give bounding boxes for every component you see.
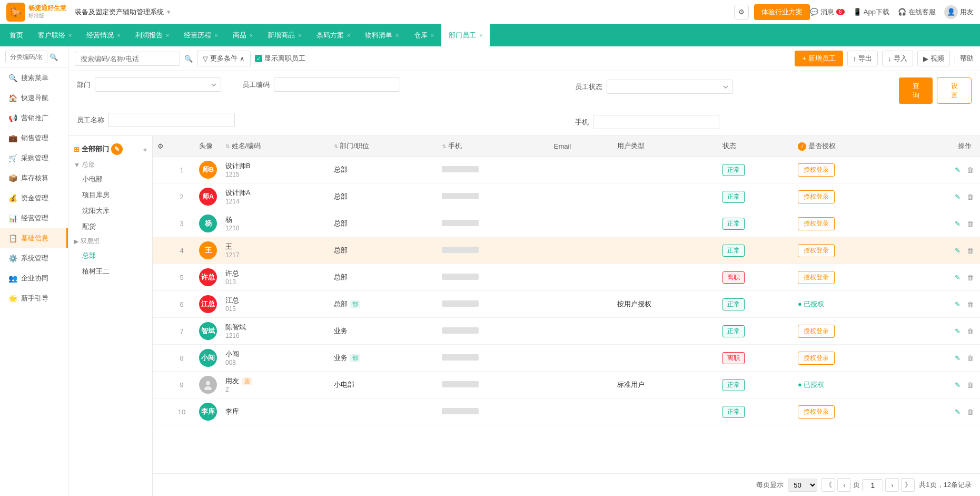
video-button[interactable]: ▶ 视频 xyxy=(917,51,950,66)
edit-button[interactable]: ✎ xyxy=(955,354,961,362)
tab-home[interactable]: 首页 xyxy=(2,24,31,46)
sidebar-item-purchase[interactable]: 🛒 采购管理 xyxy=(0,148,68,168)
delete-button[interactable]: 🗑 xyxy=(967,193,974,201)
edit-button[interactable]: ✎ xyxy=(955,300,961,308)
app-download-button[interactable]: 📱 App下载 xyxy=(853,7,889,17)
tab-profit[interactable]: 利润报告 × xyxy=(128,24,176,46)
delete-button[interactable]: 🗑 xyxy=(967,220,974,228)
sidebar-item-system[interactable]: ⚙️ 系统管理 xyxy=(0,248,68,268)
close-icon[interactable]: × xyxy=(68,32,72,38)
page-number-input[interactable] xyxy=(862,479,883,491)
auth-login-button[interactable]: 授权登录 xyxy=(798,405,835,419)
search-button[interactable]: 🔍 xyxy=(184,55,193,63)
auth-login-button[interactable]: 授权登录 xyxy=(798,163,835,177)
col-phone[interactable]: ⇅ 手机 xyxy=(438,136,549,157)
search-icon[interactable]: 🔍 xyxy=(50,53,58,61)
phone-input[interactable] xyxy=(593,115,719,129)
sidebar-item-finance[interactable]: 💰 资金管理 xyxy=(0,188,68,208)
edit-button[interactable]: ✎ xyxy=(955,327,961,335)
more-conditions-button[interactable]: ▽ 更多条件 ∧ xyxy=(197,51,251,66)
messages-button[interactable]: 💬 消息 6 xyxy=(810,7,845,17)
page-size-select[interactable]: 50 100 xyxy=(788,479,817,492)
edit-button[interactable]: ✎ xyxy=(955,193,961,201)
edit-button[interactable]: ✎ xyxy=(955,220,961,228)
settings-button[interactable]: ⚙ xyxy=(734,5,749,20)
delete-button[interactable]: 🗑 xyxy=(967,327,974,335)
close-icon[interactable]: × xyxy=(214,32,217,38)
delete-button[interactable]: 🗑 xyxy=(967,166,974,174)
dept-item-shenyang[interactable]: 沈阳大库 xyxy=(68,203,152,219)
sidebar-item-marketing[interactable]: 📢 营销推广 xyxy=(0,108,68,128)
sidebar-search-input[interactable] xyxy=(5,51,47,63)
delete-button[interactable]: 🗑 xyxy=(967,354,974,362)
dept-item-small-elec[interactable]: 小电部 xyxy=(68,171,152,187)
tab-warehouse[interactable]: 仓库 × xyxy=(407,24,441,46)
dept-edit-button[interactable]: ✎ xyxy=(111,143,123,155)
auth-login-button[interactable]: 授权登录 xyxy=(798,352,835,365)
first-page-button[interactable]: 《 xyxy=(821,478,835,492)
tab-barcode[interactable]: 条码方案 × xyxy=(309,24,358,46)
edit-button[interactable]: ✎ xyxy=(955,274,961,281)
tab-new-goods[interactable]: 新增商品 × xyxy=(260,24,309,46)
dept-select[interactable] xyxy=(95,77,221,92)
sidebar-item-search[interactable]: 🔍 搜索菜单 xyxy=(0,68,68,88)
tab-bom[interactable]: 物料清单 × xyxy=(358,24,406,46)
delete-button[interactable]: 🗑 xyxy=(967,381,974,389)
close-icon[interactable]: × xyxy=(347,32,350,38)
dept-item-distribution[interactable]: 配货 xyxy=(68,219,152,235)
import-button[interactable]: ↓ 导入 xyxy=(882,51,913,66)
edit-button[interactable]: ✎ xyxy=(955,408,961,416)
auth-login-button[interactable]: 授权登录 xyxy=(798,190,835,203)
edit-button[interactable]: ✎ xyxy=(955,166,961,174)
show-resigned-toggle[interactable]: ✓ 显示离职员工 xyxy=(255,54,305,63)
delete-button[interactable]: 🗑 xyxy=(967,408,974,416)
query-button[interactable]: 查询 xyxy=(899,77,933,104)
sidebar-item-sales[interactable]: 💼 销售管理 xyxy=(0,128,68,148)
add-employee-button[interactable]: + 新增员工 xyxy=(795,51,843,66)
dept-item-headquarters[interactable]: 总部 xyxy=(68,248,152,264)
trial-button[interactable]: 体验行业方案 xyxy=(754,4,810,20)
delete-button[interactable]: 🗑 xyxy=(967,300,974,308)
tab-customer[interactable]: 客户联络 × xyxy=(31,24,79,46)
auth-login-button[interactable]: 授权登录 xyxy=(798,325,835,338)
tab-business[interactable]: 经营情况 × xyxy=(79,24,127,46)
next-page-button[interactable]: › xyxy=(885,478,899,492)
tab-goods[interactable]: 商品 × xyxy=(225,24,260,46)
col-settings[interactable]: ⚙ xyxy=(153,136,169,157)
dropdown-arrow-icon[interactable]: ▾ xyxy=(167,8,171,16)
edit-button[interactable]: ✎ xyxy=(955,247,961,255)
emp-name-input[interactable] xyxy=(108,113,235,127)
close-icon[interactable]: × xyxy=(117,32,120,38)
tab-dept-employee[interactable]: 部门员工 × xyxy=(441,24,490,46)
dept-item-project-room[interactable]: 项目库房 xyxy=(68,187,152,203)
col-name[interactable]: ⇅ 姓名/编码 xyxy=(221,136,330,157)
delete-button[interactable]: 🗑 xyxy=(967,247,974,255)
sidebar-item-guide[interactable]: 🌟 新手引导 xyxy=(0,288,68,308)
tab-history[interactable]: 经营历程 × xyxy=(176,24,225,46)
online-service-button[interactable]: 🎧 在线客服 xyxy=(898,7,936,17)
info-icon[interactable]: i xyxy=(798,142,806,151)
last-page-button[interactable]: 》 xyxy=(901,478,915,492)
auth-login-button[interactable]: 授权登录 xyxy=(798,271,835,284)
user-menu-button[interactable]: 👤 用友 xyxy=(944,5,974,19)
close-icon[interactable]: × xyxy=(298,32,301,38)
help-button[interactable]: 帮助 xyxy=(960,54,974,63)
emp-code-input[interactable] xyxy=(274,77,400,92)
close-icon[interactable]: × xyxy=(166,32,169,38)
close-icon[interactable]: × xyxy=(250,32,253,38)
set-button[interactable]: 设置 xyxy=(937,77,972,104)
sidebar-item-operations[interactable]: 📊 经营管理 xyxy=(0,208,68,228)
dept-toggle-icon[interactable]: ▶ xyxy=(74,238,78,245)
delete-button[interactable]: 🗑 xyxy=(967,274,974,281)
col-dept[interactable]: ⇅ 部门/职位 xyxy=(330,136,438,157)
dept-collapse-button[interactable]: « xyxy=(143,145,147,153)
prev-page-button[interactable]: ‹ xyxy=(837,478,851,492)
close-icon[interactable]: × xyxy=(431,32,434,38)
close-icon[interactable]: × xyxy=(479,32,482,38)
sidebar-item-inventory[interactable]: 📦 库存核算 xyxy=(0,168,68,188)
dept-item-zhishu[interactable]: 植树王二 xyxy=(68,264,152,279)
auth-login-button[interactable]: 授权登录 xyxy=(798,217,835,230)
auth-login-button[interactable]: 授权登录 xyxy=(798,244,835,257)
employee-search-input[interactable] xyxy=(75,52,180,66)
export-button[interactable]: ↑ 导出 xyxy=(847,51,878,66)
